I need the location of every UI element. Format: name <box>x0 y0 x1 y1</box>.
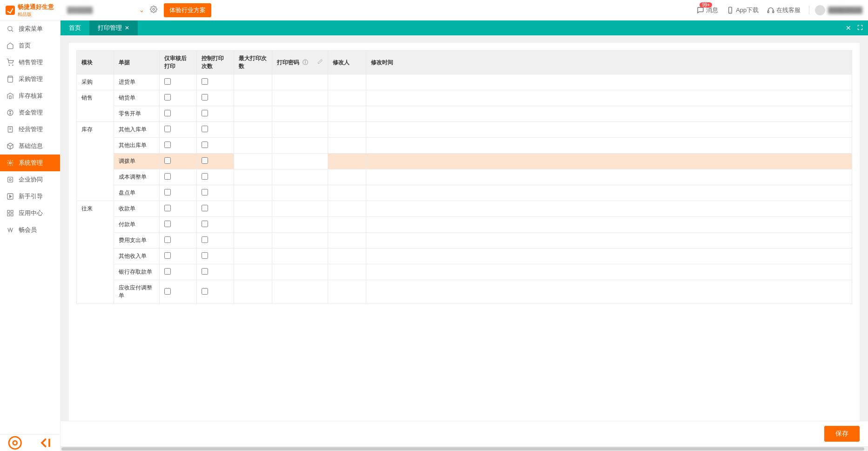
cell-time <box>366 169 852 185</box>
sidebar-item-7[interactable]: 基础信息 <box>0 138 60 155</box>
cell-time <box>366 201 852 217</box>
cell-limit <box>197 280 234 304</box>
sidebar-settings-icon[interactable] <box>0 435 30 451</box>
limit-checkbox[interactable] <box>202 221 208 227</box>
limit-checkbox[interactable] <box>202 126 208 132</box>
sidebar-item-5[interactable]: 资金管理 <box>0 104 60 121</box>
sidebar-item-6[interactable]: 经营管理 <box>0 121 60 138</box>
cell-audit <box>160 249 197 264</box>
cell-time <box>366 74 852 90</box>
table-row: 应收应付调整单 <box>77 280 852 304</box>
audit-checkbox[interactable] <box>164 205 171 211</box>
audit-checkbox[interactable] <box>164 94 171 101</box>
svg-rect-20 <box>7 210 10 213</box>
sidebar-item-1[interactable]: 首页 <box>0 37 60 54</box>
sidebar-item-11[interactable]: 应用中心 <box>0 205 60 222</box>
audit-checkbox[interactable] <box>164 157 171 164</box>
cell-time <box>366 138 852 154</box>
sidebar-item-9[interactable]: 企业协同 <box>0 171 60 188</box>
cell-time <box>366 233 852 249</box>
cell-doc: 销货单 <box>114 90 160 106</box>
cell-pwd <box>272 122 328 138</box>
cell-pwd <box>272 106 328 122</box>
support-button[interactable]: 在线客服 <box>767 6 801 14</box>
save-button[interactable]: 保存 <box>824 426 860 442</box>
audit-checkbox[interactable] <box>164 268 171 275</box>
cell-pwd[interactable] <box>272 154 328 169</box>
limit-checkbox[interactable] <box>202 141 208 148</box>
audit-checkbox[interactable] <box>164 141 171 148</box>
cell-audit <box>160 106 197 122</box>
limit-checkbox[interactable] <box>202 268 208 275</box>
cell-modifier <box>328 154 366 169</box>
messages-button[interactable]: 消息 99+ <box>697 6 718 14</box>
horizontal-scrollbar[interactable] <box>61 446 868 451</box>
cell-limit <box>197 185 234 201</box>
limit-checkbox[interactable] <box>202 189 208 195</box>
cell-doc: 其他收入单 <box>114 249 160 264</box>
audit-checkbox[interactable] <box>164 288 171 295</box>
info-icon[interactable]: ⓘ <box>303 59 308 66</box>
svg-rect-23 <box>11 214 13 216</box>
sidebar-item-0[interactable]: 搜索菜单 <box>0 20 60 37</box>
user-name[interactable]: ████████ <box>828 7 862 13</box>
sidebar-item-10[interactable]: 新手引导 <box>0 188 60 205</box>
limit-checkbox[interactable] <box>202 205 208 211</box>
audit-checkbox[interactable] <box>164 221 171 227</box>
cell-module: 库存 <box>77 122 114 201</box>
org-selector[interactable]: ██████ <box>67 7 93 13</box>
cell-max[interactable] <box>234 154 272 169</box>
print-settings-table: 模块 单据 仅审核后打印 控制打印次数 最大打印次数 打印密码 ⓘ <box>76 50 852 304</box>
svg-marker-19 <box>10 195 12 197</box>
audit-checkbox[interactable] <box>164 236 171 243</box>
limit-checkbox[interactable] <box>202 110 208 116</box>
audit-checkbox[interactable] <box>164 189 171 195</box>
limit-checkbox[interactable] <box>202 94 208 101</box>
logo[interactable]: 畅捷通好生意 精品版 <box>6 3 61 18</box>
sidebar-item-8[interactable]: 系统管理 <box>0 155 60 171</box>
audit-checkbox[interactable] <box>164 173 171 180</box>
table-row: 盘点单 <box>77 185 852 201</box>
logo-text-sub: 精品版 <box>18 11 54 18</box>
sidebar-item-label: 企业协同 <box>19 175 43 184</box>
audit-checkbox[interactable] <box>164 126 171 132</box>
cell-limit <box>197 74 234 90</box>
limit-checkbox[interactable] <box>202 78 208 85</box>
th-modify-time: 修改时间 <box>366 51 852 74</box>
tab-print-management[interactable]: 打印管理 ✕ <box>89 20 138 35</box>
chevron-down-icon[interactable]: ⌄ <box>139 7 144 13</box>
sidebar-item-4[interactable]: 库存核算 <box>0 88 60 104</box>
fullscreen-icon[interactable] <box>857 24 863 32</box>
svg-rect-22 <box>7 214 10 216</box>
sidebar-collapse-icon[interactable] <box>30 435 61 451</box>
cell-doc: 成本调整单 <box>114 169 160 185</box>
limit-checkbox[interactable] <box>202 157 208 164</box>
limit-checkbox[interactable] <box>202 252 208 259</box>
avatar[interactable] <box>815 5 825 15</box>
audit-checkbox[interactable] <box>164 252 171 259</box>
sidebar-item-12[interactable]: 畅会员 <box>0 222 60 238</box>
tab-home[interactable]: 首页 <box>61 20 89 35</box>
settings-gear-icon[interactable] <box>150 6 157 14</box>
svg-point-15 <box>9 162 11 164</box>
cell-audit <box>160 201 197 217</box>
sidebar-item-3[interactable]: 采购管理 <box>0 71 60 88</box>
promo-button[interactable]: 体验行业方案 <box>164 3 211 17</box>
cell-module: 销售 <box>77 90 114 122</box>
tab-print-label: 打印管理 <box>98 24 122 32</box>
limit-checkbox[interactable] <box>202 173 208 180</box>
app-download-button[interactable]: App下载 <box>727 6 759 14</box>
scrollbar-thumb[interactable] <box>61 447 864 451</box>
org-name: ██████ <box>67 7 93 13</box>
cell-doc: 银行存取款单 <box>114 264 160 280</box>
audit-checkbox[interactable] <box>164 110 171 116</box>
audit-checkbox[interactable] <box>164 78 171 85</box>
cell-limit <box>197 138 234 154</box>
top-header: 畅捷通好生意 精品版 ██████ ⌄ 体验行业方案 消息 99+ App下载 … <box>0 0 868 20</box>
sidebar-item-2[interactable]: 销售管理 <box>0 54 60 71</box>
tab-close-all-icon[interactable]: ✕ <box>846 24 851 32</box>
limit-checkbox[interactable] <box>202 236 208 243</box>
edit-icon[interactable] <box>317 59 323 66</box>
limit-checkbox[interactable] <box>202 288 208 295</box>
close-icon[interactable]: ✕ <box>125 25 129 31</box>
